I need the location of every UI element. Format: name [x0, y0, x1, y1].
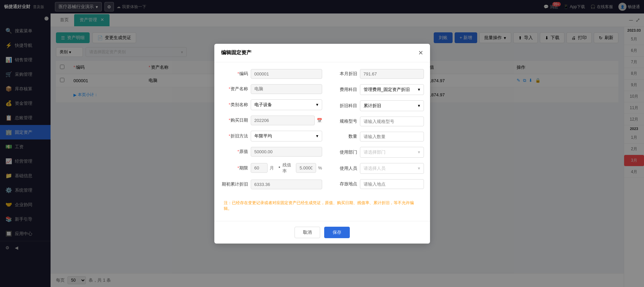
monthly-depr-input[interactable]	[360, 69, 424, 79]
spec-label: 规格型号	[330, 118, 357, 124]
quantity-label: 数量	[330, 133, 357, 139]
expense-subject-label: 费用科目	[330, 87, 357, 93]
initial-accumulated-label: 期初累计折旧	[221, 181, 248, 187]
period-inline: 月 * 残值率 %	[251, 162, 322, 174]
modal-body: *编码 *资产名称 *类别名称	[214, 62, 430, 221]
form-row-asset-name: *资产名称	[221, 84, 322, 94]
department-select[interactable]: 请选择部门 ▾	[360, 147, 424, 158]
residual-rate-label: 残值率	[282, 162, 294, 174]
form-row-purchase-date: *购买日期 📅	[221, 116, 322, 125]
purchase-date-label: *购买日期	[221, 117, 248, 123]
depr-method-label: *折旧方法	[221, 133, 248, 139]
asset-name-input[interactable]	[251, 84, 322, 94]
save-button[interactable]: 保存	[324, 227, 350, 238]
residual-rate-unit: %	[318, 165, 322, 170]
modal-title: 编辑固定资产	[221, 50, 251, 56]
category-label: *类别名称	[221, 102, 248, 108]
cancel-button[interactable]: 取消	[295, 227, 320, 238]
form-row-category: *类别名称 电子设备 ▾	[221, 99, 322, 110]
spec-input[interactable]	[360, 117, 424, 126]
code-input[interactable]	[251, 69, 322, 79]
form-row-monthly-depr: 本月折旧	[330, 69, 424, 79]
form-row-code: *编码	[221, 69, 322, 79]
chevron-down-icon: ▾	[316, 102, 318, 107]
location-input[interactable]	[360, 179, 424, 189]
original-value-label: *原值	[221, 149, 248, 155]
user-label: 使用人员	[330, 165, 357, 171]
expense-subject-select[interactable]: 管理费用_固定资产折旧 ▾	[360, 84, 424, 95]
modal-header: 编辑固定资产 ✕	[214, 44, 430, 62]
form-row-spec: 规格型号	[330, 117, 424, 126]
form-row-period: *期限 月 * 残值率 %	[221, 162, 322, 174]
chevron-down-icon: ▾	[418, 150, 420, 155]
quantity-input[interactable]	[360, 132, 424, 141]
chevron-down-icon: ▾	[316, 133, 318, 138]
form-row-depr-method: *折旧方法 年限平均 ▾	[221, 131, 322, 141]
initial-accumulated-input[interactable]	[251, 180, 322, 189]
chevron-down-icon: ▾	[418, 103, 420, 108]
period-input[interactable]	[251, 163, 268, 173]
form-row-expense-subject: 费用科目 管理费用_固定资产折旧 ▾	[330, 84, 424, 95]
modal-overlay[interactable]: 编辑固定资产 ✕ *编码 *资产名称	[0, 0, 644, 287]
calendar-icon: 📅	[317, 118, 322, 123]
form-left: *编码 *资产名称 *类别名称	[221, 69, 322, 195]
purchase-date-input[interactable]	[251, 116, 315, 125]
modal-note: 注：已经存在变更记录或者对应固定资产已经生成凭证，原值、购买日期、残值率、累计折…	[221, 197, 423, 214]
period-unit: 月	[270, 165, 274, 171]
depr-method-select[interactable]: 年限平均 ▾	[251, 131, 322, 141]
location-label: 存放地点	[330, 181, 357, 187]
category-select[interactable]: 电子设备 ▾	[251, 99, 322, 110]
edit-asset-modal: 编辑固定资产 ✕ *编码 *资产名称	[214, 44, 430, 244]
form-row-quantity: 数量	[330, 132, 424, 141]
residual-rate-input[interactable]	[296, 163, 316, 173]
original-value-input[interactable]	[251, 147, 322, 157]
chevron-down-icon: ▾	[418, 87, 420, 92]
form-grid: *编码 *资产名称 *类别名称	[221, 69, 423, 195]
form-row-initial-accumulated: 期初累计折旧	[221, 180, 322, 189]
form-row-depr-subject: 折旧科目 累计折旧 ▾	[330, 100, 424, 111]
user-select[interactable]: 请选择人员 ▾	[360, 163, 424, 174]
form-row-original-value: *原值	[221, 147, 322, 157]
department-label: 使用部门	[330, 149, 357, 155]
depr-subject-select[interactable]: 累计折旧 ▾	[360, 100, 424, 111]
modal-close-button[interactable]: ✕	[418, 49, 423, 57]
form-right: 本月折旧 费用科目 管理费用_固定资产折旧 ▾ 折旧科目	[330, 69, 424, 195]
form-row-user: 使用人员 请选择人员 ▾	[330, 163, 424, 174]
period-label: *期限	[221, 165, 248, 171]
asset-name-label: *资产名称	[221, 86, 248, 92]
monthly-depr-label: 本月折旧	[330, 71, 357, 77]
depr-subject-label: 折旧科目	[330, 103, 357, 109]
form-row-location: 存放地点	[330, 179, 424, 189]
code-label: *编码	[221, 71, 248, 77]
chevron-down-icon: ▾	[418, 166, 420, 171]
form-row-department: 使用部门 请选择部门 ▾	[330, 147, 424, 158]
modal-footer: 取消 保存	[214, 221, 430, 244]
